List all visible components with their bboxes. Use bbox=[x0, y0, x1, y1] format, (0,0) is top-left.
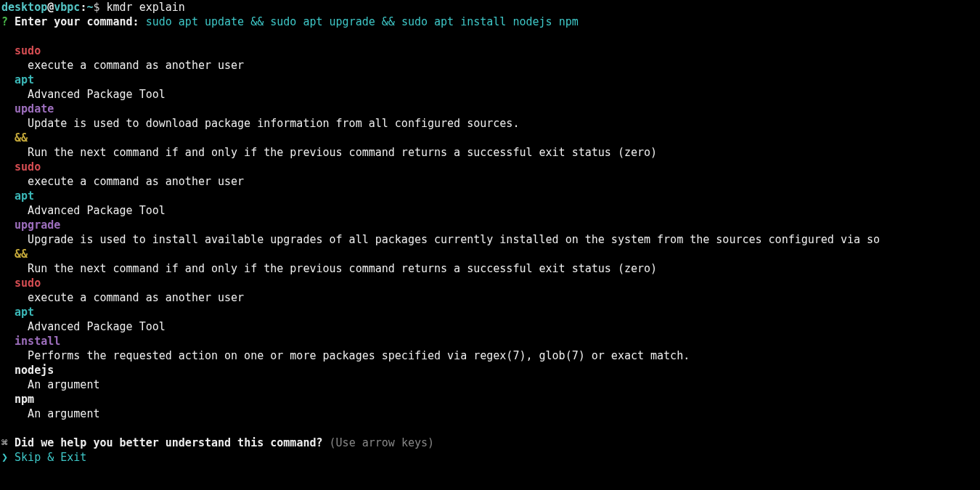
menu-selected-item[interactable]: Skip & Exit bbox=[15, 451, 86, 464]
token: install bbox=[15, 335, 60, 348]
token-description: Advanced Package Tool bbox=[1, 319, 979, 334]
token-description: execute a command as another user bbox=[1, 174, 979, 189]
token: npm bbox=[15, 393, 34, 406]
token-line: sudo bbox=[1, 44, 979, 58]
shell-prompt-line: desktop@vbpc:~$ kmdr explain bbox=[1, 0, 979, 15]
token: sudo bbox=[15, 44, 41, 57]
token: upgrade bbox=[15, 219, 60, 232]
token-line: sudo bbox=[1, 160, 979, 174]
explanation-block: sudoexecute a command as another userapt… bbox=[1, 44, 979, 421]
invoked-command: kmdr explain bbox=[107, 1, 185, 14]
token-description: Advanced Package Tool bbox=[1, 203, 979, 218]
token-description: Advanced Package Tool bbox=[1, 87, 979, 102]
token-description: Run the next command if and only if the … bbox=[1, 145, 979, 160]
followup-hint: (Use arrow keys) bbox=[330, 436, 435, 449]
token: update bbox=[15, 102, 54, 115]
token: apt bbox=[15, 73, 34, 86]
token: && bbox=[15, 131, 28, 144]
token-line: update bbox=[1, 102, 979, 116]
token-description: Upgrade is used to install available upg… bbox=[1, 232, 979, 247]
token-line: upgrade bbox=[1, 218, 979, 232]
prompt-symbol: $ bbox=[93, 1, 99, 14]
token-description: Run the next command if and only if the … bbox=[1, 261, 979, 276]
token-line: && bbox=[1, 131, 979, 145]
terminal[interactable]: desktop@vbpc:~$ kmdr explain ? Enter you… bbox=[0, 0, 980, 465]
at-sign: @ bbox=[47, 1, 54, 14]
token-line: apt bbox=[1, 73, 979, 87]
token: apt bbox=[15, 306, 34, 319]
token-line: apt bbox=[1, 189, 979, 203]
prompt-user: desktop bbox=[1, 1, 47, 14]
entered-command[interactable]: sudo apt update && sudo apt upgrade && s… bbox=[146, 15, 579, 28]
token-line: && bbox=[1, 247, 979, 261]
token-line: sudo bbox=[1, 276, 979, 290]
token-line: apt bbox=[1, 305, 979, 319]
token-line: install bbox=[1, 334, 979, 348]
followup-line: ⌘ Did we help you better understand this… bbox=[1, 436, 979, 450]
token-description: execute a command as another user bbox=[1, 290, 979, 305]
menu-line[interactable]: ❯ Skip & Exit bbox=[1, 450, 979, 465]
token-description: An argument bbox=[1, 407, 979, 421]
selection-marker-icon: ❯ bbox=[1, 451, 8, 464]
token: nodejs bbox=[15, 364, 54, 377]
token-description: Performs the requested action on one or … bbox=[1, 348, 979, 363]
token: sudo bbox=[15, 160, 41, 173]
token-description: An argument bbox=[1, 377, 979, 392]
question-mark-icon: ? bbox=[1, 15, 8, 28]
followup-question: Did we help you better understand this c… bbox=[15, 436, 322, 449]
token-description: Update is used to download package infor… bbox=[1, 116, 979, 131]
token: && bbox=[15, 248, 28, 261]
enter-command-label: Enter your command: bbox=[15, 15, 139, 28]
token-line: npm bbox=[1, 392, 979, 407]
token: apt bbox=[15, 189, 34, 203]
prompt-host: vbpc bbox=[54, 1, 80, 14]
token: sudo bbox=[15, 277, 41, 290]
token-description: execute a command as another user bbox=[1, 58, 979, 73]
token-line: nodejs bbox=[1, 363, 979, 377]
command-input-line: ? Enter your command: sudo apt update &&… bbox=[1, 15, 979, 29]
command-icon: ⌘ bbox=[1, 436, 8, 449]
